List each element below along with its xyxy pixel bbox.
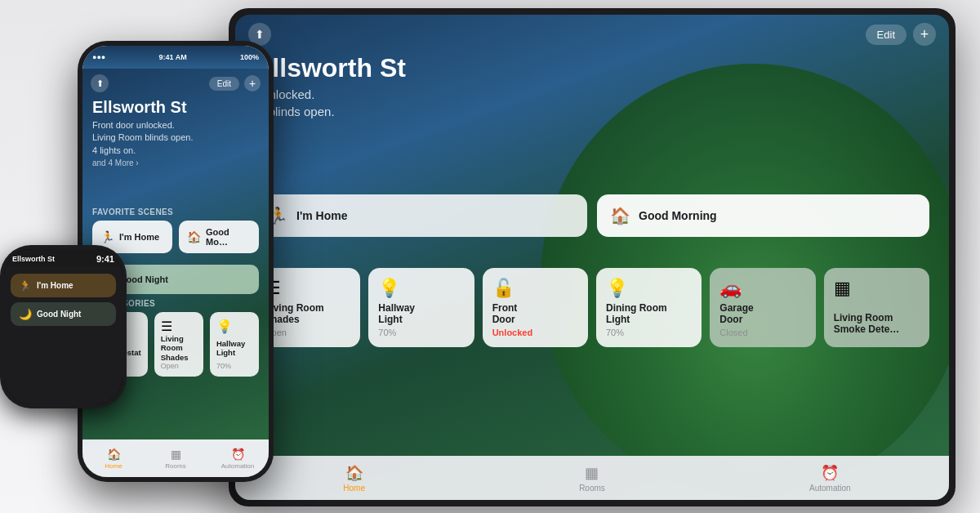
shades-icon: ☰ [265,278,350,299]
watch-im-home-label: I'm Home [37,281,74,290]
garage-door-status: Closed [719,328,805,337]
phone-home-title: Ellsworth St [92,98,194,117]
tablet-topbar-right: Edit + [866,23,936,46]
watch-good-night-btn[interactable]: 🌙 Good Night [11,302,116,326]
phone-shades-status: Open [161,362,197,370]
front-door-icon: 🔓 [492,278,578,299]
watch-home-name: Ellsworth St [12,255,55,263]
phone-hallway-icon: 💡 [216,319,252,334]
tablet-add-button[interactable]: + [913,23,936,46]
phone-home-nav-label: Home [105,462,122,470]
tablet-rooms-nav-icon: ▦ [585,464,599,482]
good-morning-icon: 🏠 [610,206,630,225]
phone-good-morning-label: Good Mo… [206,227,251,247]
tablet-accessories-section: ☰ Living RoomShades Open 💡 HallwayLight … [255,268,929,347]
phone-scenes-label: Favorite Scenes [92,207,173,216]
tablet-acc-dining-room-light[interactable]: 💡 Dining RoomLight 70% [596,268,702,347]
watch-body: 🏃 I'm Home 🌙 Good Night [4,267,122,404]
phone-good-morning-icon: 🏠 [187,230,201,243]
phone-bottom-nav: 🏠 Home ▦ Rooms ⏰ Automation [82,439,269,477]
tablet-accessories-grid: ☰ Living RoomShades Open 💡 HallwayLight … [255,268,929,347]
phone-location-icon: ⬆ [91,74,109,92]
phone-scenes-row: 🏃 I'm Home 🏠 Good Mo… [92,221,259,253]
watch-good-night-icon: 🌙 [19,308,32,320]
phone-rooms-nav-icon: ▦ [171,448,181,461]
phone-acc-living-room-shades[interactable]: ☰ Living RoomShades Open [154,312,203,377]
tablet-edit-button[interactable]: Edit [866,25,906,45]
tablet-acc-front-door[interactable]: 🔓 FrontDoor Unlocked [483,268,588,347]
tablet-topbar: ⬆ Edit + [235,15,949,54]
dining-light-name: Dining RoomLight [606,302,692,326]
smoke-detector-name: Living RoomSmoke Dete… [834,312,920,336]
dining-light-status: 70% [606,328,692,337]
tablet-home-nav-icon: 🏠 [345,464,363,482]
hallway-light-status: 70% [378,328,464,337]
watch-scene-im-home[interactable]: 🏃 I'm Home [11,274,116,297]
phone-header: Ellsworth St Front door unlocked. Living… [92,98,194,167]
phone-more-link[interactable]: and 4 More › [92,158,194,167]
phone-nav-automation[interactable]: ⏰ Automation [207,439,269,477]
tablet-home-nav-label: Home [343,484,365,493]
shades-name: Living RoomShades [265,302,350,326]
tablet-acc-hallway-light[interactable]: 💡 HallwayLight 70% [368,268,474,347]
phone-battery-area: 100% [240,53,259,61]
front-door-name: FrontDoor [492,302,578,326]
phone-automation-nav-label: Automation [221,462,254,470]
watch-im-home-icon: 🏃 [19,279,32,292]
im-home-label: I'm Home [296,209,347,222]
watch-device: Ellsworth St 9:41 🏃 I'm Home 🌙 Good Nigh… [0,245,127,408]
tablet-header: Ellsworth St r unlocked. m blinds open. [255,54,406,120]
phone-status-text: Front door unlocked. Living Room blinds … [92,119,194,157]
tablet-device: ⬆ Edit + Ellsworth St r unlocked. m blin… [229,8,956,506]
tablet-acc-garage-door[interactable]: 🚗 GarageDoor Closed [710,268,815,347]
tablet-automation-nav-label: Automation [809,484,851,493]
phone-battery: 100% [240,53,259,61]
phone-status-bar: ●●● 9:41 AM 100% [82,46,269,69]
phone-automation-nav-icon: ⏰ [231,448,245,461]
tablet-bottom-nav: 🏠 Home ▦ Rooms ⏰ Automation [235,456,949,500]
garage-door-name: GarageDoor [719,302,805,326]
phone-im-home-icon: 🏃 [100,230,114,243]
good-morning-label: Good Morning [639,209,717,222]
phone-acc-hallway-light[interactable]: 💡 HallwayLight 70% [210,312,259,377]
tablet-status-text: r unlocked. m blinds open. [255,86,406,120]
phone-nav-rooms[interactable]: ▦ Rooms [145,439,207,477]
phone-hallway-name: HallwayLight [216,339,252,358]
tablet-screen: ⬆ Edit + Ellsworth St r unlocked. m blin… [235,15,949,500]
dining-light-icon: 💡 [606,278,692,299]
tablet-acc-smoke-detector[interactable]: ▦ Living RoomSmoke Dete… [824,268,929,347]
phone-add-button[interactable]: + [244,75,261,91]
tablet-home-title: Ellsworth St [255,54,406,83]
front-door-status: Unlocked [492,328,578,337]
hallway-light-icon: 💡 [378,278,464,299]
tablet-rooms-nav-label: Rooms [579,484,605,493]
phone-shades-name: Living RoomShades [161,334,197,362]
phone-topbar: ⬆ Edit + [82,69,269,98]
tablet-scene-good-morning[interactable]: 🏠 Good Morning [597,194,929,237]
watch-good-night-label: Good Night [37,310,81,319]
phone-scene-good-morning[interactable]: 🏠 Good Mo… [179,221,259,253]
phone-time: 9:41 AM [159,53,187,61]
tablet-automation-nav-icon: ⏰ [821,464,839,482]
watch-topbar: Ellsworth St 9:41 [4,249,122,267]
phone-edit-button[interactable]: Edit [209,77,239,91]
tablet-nav-automation[interactable]: ⏰ Automation [711,456,949,500]
phone-im-home-label: I'm Home [119,232,159,242]
phone-shades-icon: ☰ [161,319,197,334]
phone-nav-home[interactable]: 🏠 Home [82,439,145,477]
phone-signal: ●●● [92,53,105,61]
phone-home-nav-icon: 🏠 [107,448,121,461]
tablet-scene-im-home[interactable]: 🏃 I'm Home [255,194,587,237]
watch-time: 9:41 [96,254,114,264]
phone-hallway-status: 70% [216,362,252,370]
phone-rooms-nav-label: Rooms [165,462,185,470]
shades-status: Open [265,328,350,337]
watch-screen: Ellsworth St 9:41 🏃 I'm Home 🌙 Good Nigh… [4,249,122,404]
garage-door-icon: 🚗 [719,278,805,299]
phone-topbar-right: Edit + [209,75,261,91]
tablet-scenes-row: 🏃 I'm Home 🏠 Good Morning [255,194,929,237]
smoke-detector-icon: ▦ [834,278,920,299]
tablet-nav-rooms[interactable]: ▦ Rooms [473,456,710,500]
hallway-light-name: HallwayLight [378,302,464,326]
